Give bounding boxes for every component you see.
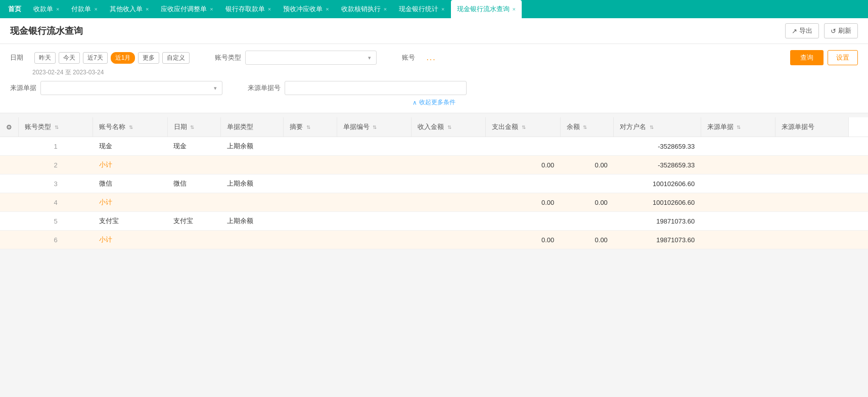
- query-button[interactable]: 查询: [790, 50, 824, 65]
- date-btn-7days[interactable]: 近7天: [83, 52, 108, 64]
- source-voucher-no-input[interactable]: [285, 81, 467, 95]
- account-type-select[interactable]: ▾: [245, 51, 377, 65]
- nav-tab-cash-bank-stat[interactable]: 现金银行统计 ×: [393, 0, 450, 18]
- col-source-voucher[interactable]: 来源单据 ⇅: [701, 117, 775, 137]
- cell-gear: [0, 156, 19, 174]
- col-counterparty[interactable]: 对方户名 ⇅: [614, 117, 701, 137]
- cell-gear: [0, 174, 19, 193]
- nav-tab-receipt-close[interactable]: ×: [56, 6, 59, 12]
- nav-tab-collection-exec[interactable]: 收款核销执行 ×: [335, 0, 393, 18]
- cell-account-name: [167, 156, 221, 174]
- filter-row-2: 来源单据 ▾ 来源单据号: [10, 81, 858, 95]
- cell-expense: 0.00: [560, 193, 614, 212]
- export-button[interactable]: ↗ 导出: [785, 23, 819, 38]
- chevron-down-icon-2: ▾: [214, 85, 217, 92]
- source-voucher-select[interactable]: ▾: [40, 81, 222, 95]
- nav-tab-payment[interactable]: 付款单 ×: [65, 0, 103, 18]
- cell-summary: [337, 231, 411, 249]
- date-btn-yesterday[interactable]: 昨天: [34, 52, 56, 64]
- cell-account-type: 现金: [93, 137, 167, 156]
- col-voucher-no[interactable]: 单据编号 ⇅: [337, 117, 411, 137]
- col-account-name[interactable]: 账号名称 ⇅: [93, 117, 167, 137]
- nav-tab-receipt-label: 收款单: [33, 5, 53, 14]
- cell-source-voucher-no: [848, 174, 868, 193]
- cell-counterparty: [701, 174, 775, 193]
- source-voucher-no-label: 来源单据号: [248, 83, 281, 93]
- cell-row-num: 5: [19, 212, 93, 231]
- nav-tab-payment-label: 付款单: [71, 5, 91, 14]
- settings-button[interactable]: 设置: [828, 50, 858, 65]
- cell-source-voucher: [775, 212, 849, 231]
- cell-account-name: 微信: [167, 174, 221, 193]
- filter-row-1: 日期 昨天 今天 近7天 近1月 更多 自定义 账号类型 ▾ 账号 ...: [10, 50, 858, 65]
- nav-tab-cash-bank-flow[interactable]: 现金银行流水查询 ×: [451, 0, 522, 18]
- nav-tab-collection-exec-close[interactable]: ×: [384, 6, 387, 12]
- cell-account-type: 支付宝: [93, 212, 167, 231]
- cell-expense: 0.00: [560, 156, 614, 174]
- nav-home[interactable]: 首页: [2, 0, 27, 18]
- date-btn-custom[interactable]: 自定义: [162, 52, 190, 64]
- collapse-up-icon: ∧: [413, 99, 417, 106]
- date-range-display: 2023-02-24 至 2023-03-24: [10, 68, 858, 77]
- cell-voucher-type: [284, 193, 337, 212]
- nav-tab-cash-bank-flow-label: 现金银行流水查询: [457, 5, 510, 14]
- col-balance-label: 余额: [567, 123, 580, 130]
- collapse-button[interactable]: ∧ 收起更多条件: [413, 98, 455, 107]
- nav-tab-receipt[interactable]: 收款单 ×: [27, 0, 65, 18]
- account-dots-button[interactable]: ...: [426, 53, 436, 62]
- nav-tab-advance-offset[interactable]: 预收冲应收单 ×: [277, 0, 335, 18]
- cell-gear: [0, 212, 19, 231]
- col-settings[interactable]: ⚙: [0, 117, 19, 137]
- cell-voucher-no: [412, 174, 486, 193]
- cell-source-voucher-no: [848, 212, 868, 231]
- header-actions: ↗ 导出 ↺ 刷新: [785, 23, 858, 38]
- cell-date: [221, 193, 284, 212]
- col-account-type[interactable]: 账号类型 ⇅: [19, 117, 93, 137]
- col-balance[interactable]: 余额 ⇅: [560, 117, 614, 137]
- cell-expense: [560, 137, 614, 156]
- cell-balance: 100102606.60: [614, 174, 701, 193]
- cell-account-type: 小计: [93, 156, 167, 174]
- nav-tab-advance-offset-close[interactable]: ×: [326, 6, 329, 12]
- nav-tab-cash-bank-stat-close[interactable]: ×: [441, 6, 444, 12]
- nav-tab-other-income[interactable]: 其他收入单 ×: [104, 0, 155, 18]
- nav-tab-bank-deposit-close[interactable]: ×: [268, 6, 271, 12]
- account-type-filter-group: 账号类型 ▾: [215, 51, 377, 65]
- cell-income: [486, 174, 560, 193]
- date-btn-1month[interactable]: 近1月: [111, 52, 135, 64]
- nav-tab-other-income-close[interactable]: ×: [146, 6, 149, 12]
- chevron-down-icon: ▾: [368, 55, 371, 61]
- col-date[interactable]: 日期 ⇅: [167, 117, 221, 137]
- cell-account-type: 微信: [93, 174, 167, 193]
- cell-source-voucher: [775, 156, 849, 174]
- col-income[interactable]: 收入金额 ⇅: [412, 117, 486, 137]
- date-btn-today[interactable]: 今天: [59, 52, 80, 64]
- date-btn-more[interactable]: 更多: [138, 52, 159, 64]
- col-expense-label: 支出金额: [492, 123, 518, 130]
- col-expense[interactable]: 支出金额 ⇅: [486, 117, 560, 137]
- cell-source-voucher-no: [848, 231, 868, 249]
- date-label: 日期: [10, 53, 30, 62]
- cell-row-num: 6: [19, 231, 93, 249]
- nav-tab-receivable-adj[interactable]: 应收应付调整单 ×: [155, 0, 219, 18]
- sort-icon-date: ⇅: [190, 124, 194, 130]
- cell-voucher-type: [284, 174, 337, 193]
- nav-tab-receivable-adj-close[interactable]: ×: [210, 6, 213, 12]
- sort-icon-income: ⇅: [447, 124, 451, 130]
- nav-tab-cash-bank-flow-close[interactable]: ×: [513, 6, 516, 12]
- nav-tab-bank-deposit[interactable]: 银行存取款单 ×: [219, 0, 277, 18]
- cell-account-type: 小计: [93, 193, 167, 212]
- col-summary[interactable]: 摘要 ⇅: [284, 117, 337, 137]
- refresh-button[interactable]: ↺ 刷新: [824, 23, 858, 38]
- nav-tab-payment-close[interactable]: ×: [94, 6, 97, 12]
- cell-counterparty: [701, 193, 775, 212]
- col-source-voucher-no[interactable]: 来源单据号: [775, 117, 849, 137]
- source-voucher-no-filter-group: 来源单据号: [248, 81, 467, 95]
- col-voucher-type[interactable]: 单据类型: [221, 117, 284, 137]
- col-source-voucher-label: 来源单据: [707, 123, 734, 130]
- cell-source-voucher: [775, 137, 849, 156]
- cell-expense: 0.00: [560, 231, 614, 249]
- nav-tab-other-income-label: 其他收入单: [110, 5, 143, 14]
- cell-summary: [337, 137, 411, 156]
- cell-voucher-type: [284, 231, 337, 249]
